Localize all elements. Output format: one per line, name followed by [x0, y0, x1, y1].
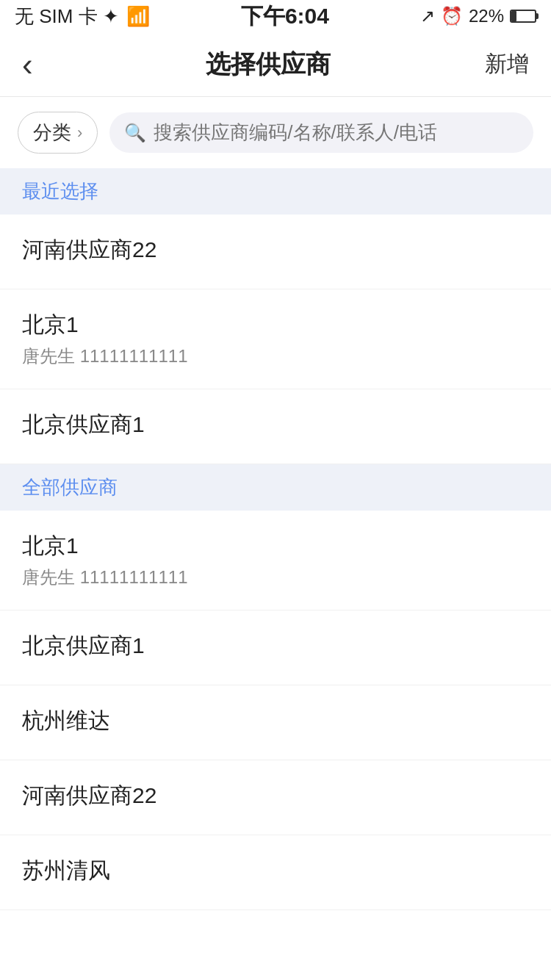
page-title: 选择供应商 [206, 48, 331, 82]
recent-list: 河南供应商22北京1唐先生 11111111111北京供应商1 [0, 215, 551, 464]
list-item[interactable]: 杭州维达 [0, 685, 551, 760]
nav-bar: ‹ 选择供应商 新增 [0, 32, 551, 97]
alarm-icon: ⏰ [441, 6, 463, 26]
category-button[interactable]: 分类 › [18, 112, 98, 154]
list-item[interactable]: 北京1唐先生 11111111111 [0, 511, 551, 610]
item-sub: 唐先生 11111111111 [22, 566, 529, 589]
item-name: 北京1 [22, 310, 529, 340]
status-bar-left: 无 SIM 卡 ✦ 📶 [15, 4, 150, 29]
filter-bar: 分类 › 🔍 [0, 97, 551, 168]
all-section-header: 全部供应商 [0, 464, 551, 511]
wifi-icon: 📶 [126, 5, 150, 28]
list-item[interactable]: 河南供应商22 [0, 215, 551, 289]
search-input[interactable] [154, 121, 519, 144]
list-item[interactable]: 北京供应商1 [0, 389, 551, 464]
recent-section-label: 最近选择 [22, 180, 98, 202]
item-name: 苏州清风 [22, 856, 529, 886]
sim-label: 无 SIM 卡 ✦ [15, 4, 119, 29]
item-name: 河南供应商22 [22, 781, 529, 811]
search-bar[interactable]: 🔍 [109, 112, 533, 153]
list-item[interactable]: 河南供应商22 [0, 760, 551, 835]
item-name: 北京1 [22, 531, 529, 561]
list-item[interactable]: 北京供应商1 [0, 610, 551, 685]
list-item[interactable]: 苏州清风 [0, 835, 551, 910]
item-name: 杭州维达 [22, 706, 529, 736]
battery-icon [510, 10, 536, 23]
status-bar: 无 SIM 卡 ✦ 📶 下午6:04 ↗ ⏰ 22% [0, 0, 551, 32]
item-name: 北京供应商1 [22, 410, 529, 440]
recent-section-header: 最近选择 [0, 168, 551, 215]
item-name: 北京供应商1 [22, 631, 529, 661]
status-bar-right: ↗ ⏰ 22% [420, 6, 536, 26]
chevron-right-icon: › [77, 123, 82, 143]
back-button[interactable]: ‹ [22, 46, 66, 83]
item-sub: 唐先生 11111111111 [22, 345, 529, 368]
status-bar-time: 下午6:04 [241, 1, 329, 32]
list-item[interactable]: 北京1唐先生 11111111111 [0, 289, 551, 389]
item-name: 河南供应商22 [22, 235, 529, 265]
all-list: 北京1唐先生 11111111111北京供应商1杭州维达河南供应商22苏州清风 [0, 511, 551, 910]
category-label: 分类 [33, 120, 71, 145]
battery-label: 22% [469, 6, 504, 26]
new-button[interactable]: 新增 [470, 49, 529, 79]
search-icon: 🔍 [124, 123, 146, 143]
location-icon: ↗ [420, 6, 435, 26]
all-section-label: 全部供应商 [22, 476, 118, 498]
